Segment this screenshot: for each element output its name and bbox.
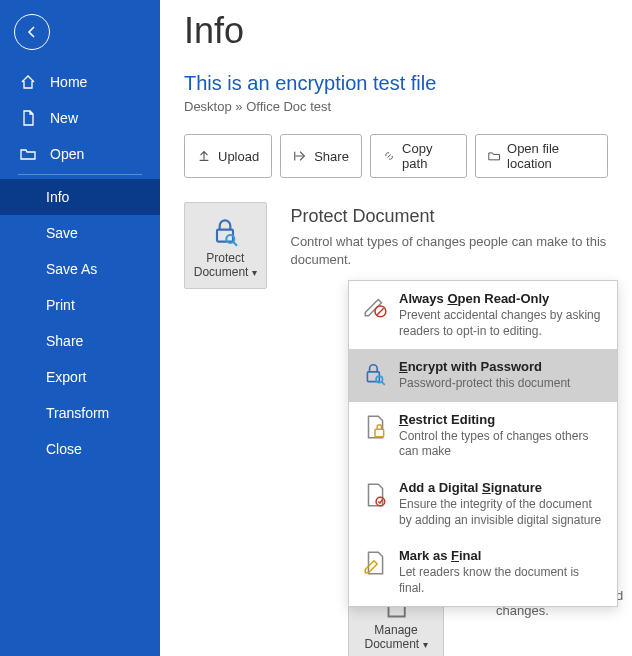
breadcrumb: Desktop » Office Doc test bbox=[184, 99, 608, 114]
tile-label: Protect Document ▾ bbox=[191, 251, 260, 280]
nav-label: Info bbox=[46, 189, 69, 205]
btn-label: Copy path bbox=[402, 141, 454, 171]
nav-divider bbox=[18, 174, 142, 175]
menu-desc: Let readers know the document is final. bbox=[399, 565, 605, 596]
menu-item-digital-signature[interactable]: Add a Digital Signature Ensure the integ… bbox=[349, 470, 617, 538]
restrict-icon bbox=[361, 414, 389, 442]
upload-button[interactable]: Upload bbox=[184, 134, 272, 178]
sidebar-item-transform[interactable]: Transform bbox=[0, 395, 160, 431]
chevron-down-icon: ▾ bbox=[252, 267, 257, 278]
menu-desc: Control the types of changes others can … bbox=[399, 429, 605, 460]
main-content: Info This is an encryption test file Des… bbox=[160, 0, 632, 656]
sidebar-item-info[interactable]: Info bbox=[0, 179, 160, 215]
btn-label: Upload bbox=[218, 149, 259, 164]
action-row: Upload Share Copy path Open file locatio… bbox=[184, 134, 608, 178]
nav-label: New bbox=[50, 110, 78, 126]
document-title[interactable]: This is an encryption test file bbox=[184, 72, 608, 95]
btn-label: Open file location bbox=[507, 141, 595, 171]
backstage-sidebar: Home New Open Info Save Save As Print Sh… bbox=[0, 0, 160, 656]
upload-icon bbox=[197, 149, 211, 163]
section-desc: Control what types of changes people can… bbox=[291, 233, 609, 269]
sidebar-item-share[interactable]: Share bbox=[0, 323, 160, 359]
new-doc-icon bbox=[20, 110, 36, 126]
nav-label: Save bbox=[46, 225, 78, 241]
folder-icon bbox=[488, 149, 500, 163]
protect-text: Protect Document Control what types of c… bbox=[291, 206, 609, 269]
read-only-icon bbox=[361, 293, 389, 321]
home-icon bbox=[20, 74, 36, 90]
lock-icon bbox=[209, 215, 241, 247]
btn-label: Share bbox=[314, 149, 349, 164]
share-button[interactable]: Share bbox=[280, 134, 362, 178]
menu-title: Mark as Final bbox=[399, 548, 605, 563]
menu-item-restrict-editing[interactable]: Restrict Editing Control the types of ch… bbox=[349, 402, 617, 470]
menu-title: Always Open Read-Only bbox=[399, 291, 605, 306]
sidebar-item-save-as[interactable]: Save As bbox=[0, 251, 160, 287]
page-title: Info bbox=[184, 10, 608, 52]
protect-document-tile[interactable]: Protect Document ▾ bbox=[184, 202, 267, 289]
menu-desc: Ensure the integrity of the document by … bbox=[399, 497, 605, 528]
nav-label: Home bbox=[50, 74, 87, 90]
signature-icon bbox=[361, 482, 389, 510]
sidebar-item-new[interactable]: New bbox=[0, 100, 160, 136]
menu-item-encrypt-password[interactable]: Encrypt with Password Password-protect t… bbox=[349, 349, 617, 402]
nav-label: Print bbox=[46, 297, 75, 313]
copy-path-button[interactable]: Copy path bbox=[370, 134, 467, 178]
sidebar-item-print[interactable]: Print bbox=[0, 287, 160, 323]
open-location-button[interactable]: Open file location bbox=[475, 134, 608, 178]
open-folder-icon bbox=[20, 146, 36, 162]
protect-section: Protect Document ▾ Protect Document Cont… bbox=[184, 202, 608, 289]
sidebar-item-save[interactable]: Save bbox=[0, 215, 160, 251]
nav-label: Share bbox=[46, 333, 83, 349]
menu-item-mark-final[interactable]: Mark as Final Let readers know the docum… bbox=[349, 538, 617, 606]
nav-label: Close bbox=[46, 441, 82, 457]
back-button[interactable] bbox=[14, 14, 50, 50]
menu-item-read-only[interactable]: Always Open Read-Only Prevent accidental… bbox=[349, 281, 617, 349]
sidebar-item-open[interactable]: Open bbox=[0, 136, 160, 172]
final-icon bbox=[361, 550, 389, 578]
sidebar-item-export[interactable]: Export bbox=[0, 359, 160, 395]
nav-label: Save As bbox=[46, 261, 97, 277]
share-icon bbox=[293, 149, 307, 163]
nav-label: Export bbox=[46, 369, 86, 385]
tile-label: Manage Document ▾ bbox=[355, 623, 437, 652]
sidebar-item-home[interactable]: Home bbox=[0, 64, 160, 100]
chevron-down-icon: ▾ bbox=[423, 639, 428, 650]
nav-label: Open bbox=[50, 146, 84, 162]
section-heading: Protect Document bbox=[291, 206, 609, 227]
sidebar-item-close[interactable]: Close bbox=[0, 431, 160, 467]
link-icon bbox=[383, 149, 395, 163]
menu-title: Encrypt with Password bbox=[399, 359, 605, 374]
protect-document-menu: Always Open Read-Only Prevent accidental… bbox=[348, 280, 618, 607]
nav-label: Transform bbox=[46, 405, 109, 421]
menu-desc: Prevent accidental changes by asking rea… bbox=[399, 308, 605, 339]
arrow-left-icon bbox=[24, 24, 40, 40]
menu-title: Restrict Editing bbox=[399, 412, 605, 427]
lock-search-icon bbox=[361, 361, 389, 389]
menu-title: Add a Digital Signature bbox=[399, 480, 605, 495]
svg-rect-5 bbox=[375, 429, 384, 437]
menu-desc: Password-protect this document bbox=[399, 376, 605, 392]
